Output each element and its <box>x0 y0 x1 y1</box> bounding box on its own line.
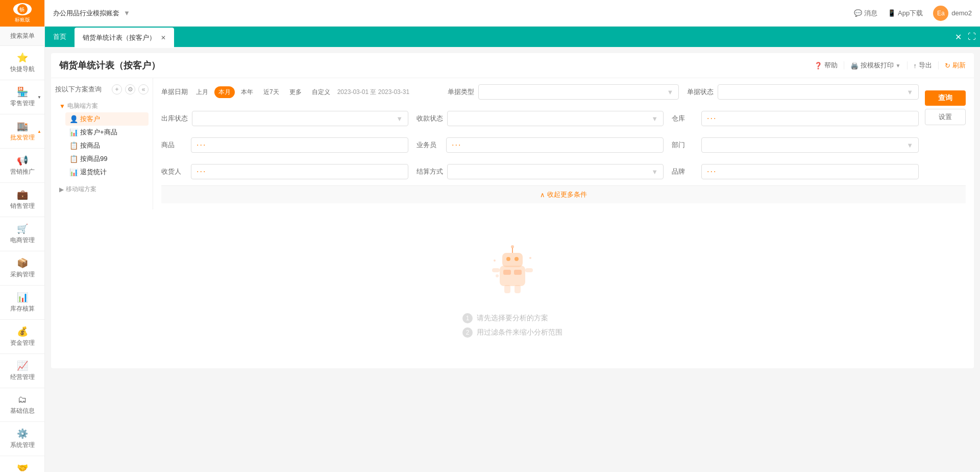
brand-name: 标账版 <box>15 16 30 23</box>
left-panel: 按以下方案查询 + ⚙ « <box>51 78 153 209</box>
basic-icon: 🗂 <box>18 394 27 405</box>
sidebar-item-finance[interactable]: 💰 资金管理 <box>0 320 44 354</box>
sidebar-item-ecommerce[interactable]: 🛒 电商管理 <box>0 217 44 251</box>
divider1 <box>844 61 844 69</box>
receipt-status-label: 收款状态 <box>416 114 443 123</box>
tab-close-btn[interactable]: ✕ <box>161 34 166 41</box>
print-btn[interactable]: 🖨️ 按模板打印 ▼ <box>850 61 901 70</box>
query-btn[interactable]: 查询 <box>925 90 966 106</box>
brand-placeholder: ··· <box>707 167 717 176</box>
page-header: 销货单统计表（按客户） ❓ 帮助 🖨️ 按模板打印 ▼ ↑ <box>51 53 974 78</box>
date-tab-lastmonth[interactable]: 上月 <box>192 86 212 98</box>
date-tab-custom[interactable]: 自定义 <box>308 86 334 98</box>
tab-sales-stat[interactable]: 销货单统计表（按客户） ✕ <box>75 28 174 48</box>
date-tab-thisyear[interactable]: 本年 <box>237 86 257 98</box>
filter-receiver: 收货人 ··· <box>161 164 408 179</box>
tree-item-by-customer[interactable]: 👤 按客户 <box>65 112 149 126</box>
system-label: 系统管理 <box>10 441 35 450</box>
tree-item-customer-product[interactable]: 📊 按客户+商品 <box>65 126 149 139</box>
tree-group-mobile[interactable]: ▶ 移动端方案 <box>55 183 149 196</box>
print-arrow[interactable]: ▼ <box>896 63 901 68</box>
svg-rect-10 <box>492 268 500 272</box>
product-input[interactable]: ··· <box>191 137 408 153</box>
export-btn[interactable]: ↑ 导出 <box>914 61 933 70</box>
order-status-label: 单据状态 <box>687 87 714 97</box>
print-label: 按模板打印 <box>861 61 894 70</box>
mobile-expand-icon: ▶ <box>59 186 64 193</box>
svg-rect-11 <box>525 268 533 272</box>
settings-btn[interactable]: 设置 <box>925 109 966 125</box>
date-label: 单据日期 <box>161 87 188 97</box>
help-btn[interactable]: ❓ 帮助 <box>814 61 838 70</box>
sidebar-item-shortcut[interactable]: ⭐ 快捷导航 <box>0 46 44 80</box>
app-download-btn[interactable]: 📱 App下载 <box>888 9 923 18</box>
filter-department: 部门 ▼ <box>672 137 919 153</box>
brand-input[interactable]: ··· <box>701 164 919 179</box>
scheme-settings-btn[interactable]: ⚙ <box>125 84 135 95</box>
filter-warehouse: 仓库 ··· <box>672 111 919 126</box>
return-stat-label: 退货统计 <box>80 168 107 177</box>
tab-global-close[interactable]: ✕ <box>955 32 962 42</box>
warehouse-input[interactable]: ··· <box>701 111 919 126</box>
right-filter: 单据日期 上月 本月 本年 近7天 更多 自定义 <box>153 78 974 209</box>
date-tab-7days[interactable]: 近7天 <box>259 86 283 98</box>
payment-input[interactable]: ▼ <box>447 164 664 179</box>
order-status-input[interactable]: ▼ <box>718 84 919 100</box>
sidebar-item-marketing[interactable]: 📢 营销推广 <box>0 149 44 183</box>
tree-item-return-stat[interactable]: 📊 退货统计 <box>65 166 149 179</box>
brand-logo: 畅 <box>13 3 32 15</box>
divider3 <box>938 61 939 69</box>
empty-tip-2: 2 用过滤条件来缩小分析范围 <box>462 327 562 338</box>
receipt-status-input[interactable]: ▼ <box>447 111 664 126</box>
left-panel-btns: + ⚙ « <box>112 84 149 95</box>
sidebar-item-operation[interactable]: 📈 经营管理 <box>0 354 44 388</box>
filter-row-1: 单据日期 上月 本月 本年 近7天 更多 自定义 <box>161 84 919 100</box>
dropdown-arrow[interactable]: ▼ <box>124 9 130 17</box>
sidebar-item-inventory[interactable]: 📊 库存核算 <box>0 286 44 320</box>
export-icon: ↑ <box>914 62 917 69</box>
tree-group-pc[interactable]: ▼ 电脑端方案 <box>55 100 149 112</box>
collapse-more-btn[interactable]: ∧ 收起更多条件 <box>161 185 966 203</box>
order-type-label: 单据类型 <box>448 87 474 97</box>
collapse-panel-btn[interactable]: « <box>138 84 149 95</box>
empty-state: 1 请先选择要分析的方案 2 用过滤条件来缩小分析范围 <box>51 209 974 368</box>
tab-maximize-btn[interactable]: ⛶ <box>968 32 976 41</box>
filter-brand: 品牌 ··· <box>672 164 919 179</box>
avatar-text: Ea <box>937 10 945 17</box>
filter-row-4: 收货人 ··· 结算方式 ▼ <box>161 164 919 179</box>
sidebar-item-wholesale[interactable]: 🏬 批发管理 ▲ <box>0 114 44 149</box>
svg-rect-2 <box>500 266 525 286</box>
date-tab-more[interactable]: 更多 <box>285 86 306 98</box>
order-type-input[interactable]: ▼ <box>478 84 679 100</box>
settings-icon: ⚙ <box>128 86 133 93</box>
sales-icon: 💼 <box>17 189 28 200</box>
user-profile-btn[interactable]: Ea demo2 <box>933 6 972 21</box>
search-menu-item[interactable]: 搜索菜单 <box>0 27 44 46</box>
add-scheme-btn[interactable]: + <box>112 84 122 95</box>
empty-tips: 1 请先选择要分析的方案 2 用过滤条件来缩小分析范围 <box>462 313 562 338</box>
sidebar-item-retail[interactable]: 🏪 零售管理 <box>0 80 44 114</box>
filter-receipt-status: 收款状态 ▼ <box>416 111 664 126</box>
sidebar-item-sales[interactable]: 💼 销售管理 <box>0 183 44 217</box>
out-status-input[interactable]: ▼ <box>192 111 408 126</box>
sidebar-item-system[interactable]: ⚙️ 系统管理 <box>0 422 44 456</box>
out-status-arrow: ▼ <box>396 115 403 123</box>
tree-item-by-product[interactable]: 📋 按商品 <box>65 139 149 152</box>
tab-home[interactable]: 首页 <box>45 27 75 47</box>
refresh-btn[interactable]: ↻ 刷新 <box>945 61 966 70</box>
purchase-label: 采购管理 <box>10 270 35 279</box>
date-tab-thismonth[interactable]: 本月 <box>214 86 235 98</box>
department-input[interactable]: ▼ <box>701 137 919 153</box>
salesperson-input[interactable]: ··· <box>446 137 664 153</box>
sales-label: 销售管理 <box>10 202 35 210</box>
sidebar-item-basic[interactable]: 🗂 基础信息 <box>0 388 44 422</box>
tree-item-by-product99[interactable]: 📋 按商品99 <box>65 152 149 166</box>
sidebar-item-purchase[interactable]: 📦 采购管理 <box>0 251 44 286</box>
ecommerce-label: 电商管理 <box>10 236 35 245</box>
header-right: 💬 消息 📱 App下载 Ea demo2 <box>854 6 972 21</box>
receiver-input[interactable]: ··· <box>191 164 408 179</box>
sidebar-item-coop[interactable]: 🤝 企业协同 <box>0 456 44 472</box>
svg-point-7 <box>514 257 519 261</box>
message-btn[interactable]: 💬 消息 <box>854 9 877 18</box>
left-panel-header: 按以下方案查询 + ⚙ « <box>55 84 149 95</box>
